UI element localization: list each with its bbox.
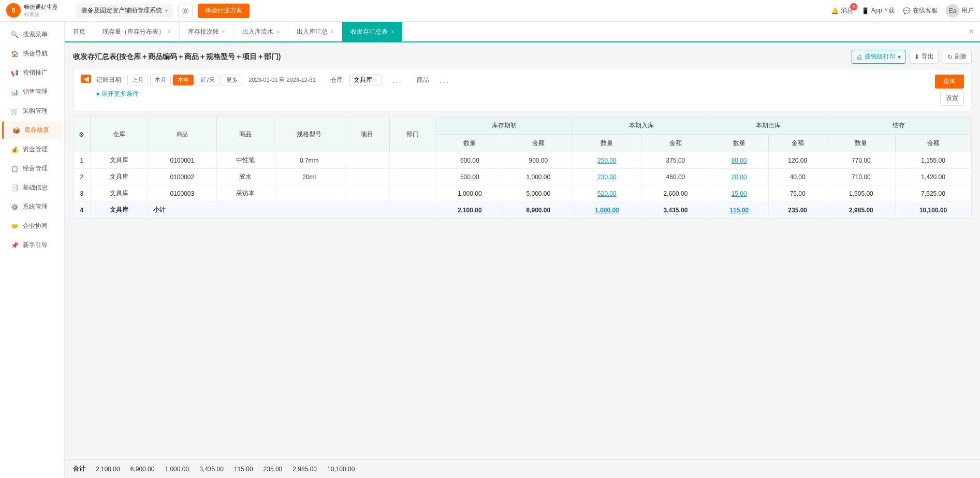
brand-sub: 标准版 — [24, 11, 58, 18]
cell-project — [344, 152, 390, 169]
total-opening-amt: 6,900.00 — [130, 466, 155, 473]
tab-bar-close-button[interactable]: × — [963, 27, 980, 36]
online-service-button[interactable]: 💬 在线客服 — [903, 6, 938, 15]
sidebar-label-inventory: 库存核算 — [24, 126, 49, 135]
subtotal-out-amt: 235.00 — [768, 202, 827, 219]
cell-in-qty[interactable]: 250.00 — [573, 152, 641, 169]
messages-button[interactable]: 🔔 消息 6 — [831, 6, 853, 15]
tab-label-inout-summary: 出入库汇总 — [297, 27, 328, 36]
subtotal-ending-amt: 10,100.00 — [896, 202, 971, 219]
sidebar-label-quick-nav: 快捷导航 — [23, 49, 48, 58]
tab-home[interactable]: 首页 — [65, 22, 94, 42]
date-btn-this-year[interactable]: 本年 — [173, 75, 194, 85]
warehouse-tag-close[interactable]: × — [374, 77, 377, 83]
subtotal-in-qty[interactable]: 1,000.00 — [573, 202, 641, 219]
th-group-opening: 库存期初 — [435, 117, 573, 135]
th-in-qty: 数量 — [573, 135, 641, 152]
marketing-icon: 📢 — [10, 69, 19, 77]
tab-inventory-dist[interactable]: 现存量（库存分布表） × — [94, 22, 180, 42]
th-opening-qty: 数量 — [435, 135, 504, 152]
tab-close-inventory-dist[interactable]: × — [168, 29, 171, 35]
total-in-qty: 1,000.00 — [165, 466, 189, 473]
app-download-button[interactable]: 📱 App下载 — [861, 6, 895, 15]
cell-dept — [390, 185, 435, 202]
sidebar-item-system[interactable]: ⚙️ 系统管理 — [2, 198, 62, 216]
cell-goods-code: 0100002 — [148, 169, 217, 185]
subtotal-warehouse: 文具库 — [90, 202, 148, 219]
cell-goods-name: 采访本 — [216, 185, 274, 202]
dropdown-arrow-icon[interactable]: ▾ — [165, 8, 168, 13]
sidebar-item-basic-info[interactable]: 📑 基础信息 — [2, 179, 62, 197]
table-row: 3 文具库 0100003 采访本 1,000.00 5,000.00 520.… — [74, 185, 971, 202]
service-icon: 💬 — [903, 7, 911, 15]
refresh-button[interactable]: ↻ 刷新 — [943, 50, 972, 64]
try-industry-button[interactable]: 体验行业方案 — [198, 4, 250, 18]
finance-icon: 💰 — [10, 146, 19, 154]
sidebar-item-corp[interactable]: 🤝 企业协同 — [2, 217, 62, 235]
date-btn-this-month[interactable]: 本月 — [150, 75, 171, 85]
cell-goods-name: 胶水 — [216, 169, 274, 185]
th-warehouse: 仓库 — [90, 117, 148, 152]
ops-icon: 📋 — [10, 165, 19, 173]
tab-recv-send[interactable]: 收发存汇总表 × — [342, 22, 403, 42]
settings-icon-button[interactable] — [178, 4, 193, 18]
cell-out-qty[interactable]: 80.00 — [710, 152, 768, 169]
cell-out-qty[interactable]: 15.00 — [710, 185, 768, 202]
date-btn-more[interactable]: 更多 — [222, 75, 242, 85]
tab-inout-summary[interactable]: 出入库汇总 × — [288, 22, 343, 42]
tab-close-inout-flow[interactable]: × — [276, 29, 280, 35]
sidebar-item-marketing[interactable]: 📢 营销推广 — [2, 64, 62, 82]
th-out-amt: 金额 — [768, 135, 827, 152]
sidebar-item-search[interactable]: 🔍 搜索菜单 — [2, 25, 62, 44]
query-button[interactable]: 查询 — [935, 75, 964, 89]
cell-ending-amt: 1,420.00 — [896, 169, 971, 185]
date-range-text: 2023-01-01 至 2023-12-31 — [248, 76, 316, 84]
goods-more-options[interactable]: ... — [435, 76, 454, 85]
sidebar-item-newbie[interactable]: 📌 新手引导 — [2, 236, 62, 254]
settings-button[interactable]: 设置 — [940, 91, 964, 106]
column-settings-icon[interactable]: ⚙ — [79, 131, 84, 138]
tab-close-batch-ledger[interactable]: × — [222, 29, 225, 35]
subtotal-out-qty[interactable]: 115.00 — [710, 202, 768, 219]
total-out-qty: 115.00 — [234, 466, 253, 473]
cell-in-qty[interactable]: 230.00 — [573, 169, 641, 185]
tab-inout-flow[interactable]: 出入库流水 × — [234, 22, 288, 42]
subtotal-ending-qty: 2,985.00 — [827, 202, 896, 219]
subtotal-row: 4 文具库 小计 2,100.00 6,900.00 1,000.00 3,43… — [74, 202, 971, 219]
tab-close-inout-summary[interactable]: × — [331, 29, 334, 35]
data-table: ⚙ 仓库 商品 商品 规格型号 项目 部门 库存期初 本期入库 本期出库 结存 — [74, 117, 971, 219]
warehouse-tag-text: 文具库 — [354, 76, 372, 84]
table-row: 2 文具库 0100002 胶水 20ml 500.00 1,000.00 23… — [74, 169, 971, 185]
warehouse-more-options[interactable]: ... — [388, 76, 406, 85]
export-button[interactable]: ⬇ 导出 — [910, 50, 939, 64]
date-btn-last-month[interactable]: 上月 — [127, 75, 148, 85]
tab-close-recv-send[interactable]: × — [391, 29, 394, 35]
user-button[interactable]: Ea 用户 — [946, 4, 974, 18]
cell-warehouse: 文具库 — [90, 152, 148, 169]
sidebar-item-inventory[interactable]: 📦 库存核算 — [2, 121, 62, 139]
sidebar-item-purchase[interactable]: 🛒 采购管理 — [2, 102, 62, 120]
sidebar-label-finance: 资金管理 — [23, 145, 48, 154]
sidebar-item-quick-nav[interactable]: 🏠 快捷导航 — [2, 45, 62, 63]
cell-in-qty[interactable]: 520.00 — [573, 185, 641, 202]
sidebar-item-finance[interactable]: 💰 资金管理 — [2, 140, 62, 158]
cell-in-amt: 2,600.00 — [641, 185, 710, 202]
filter-collapse-button[interactable]: ◀ — [81, 75, 91, 83]
sidebar-item-sales[interactable]: 📊 销售管理 — [2, 83, 62, 101]
tab-batch-ledger[interactable]: 库存批次账 × — [180, 22, 234, 42]
cell-warehouse: 文具库 — [90, 185, 148, 202]
date-btn-7days[interactable]: 近7天 — [196, 75, 220, 85]
print-button[interactable]: 🖨 拨镜版打印 ▾ — [852, 50, 905, 64]
chevron-down-icon: ▾ — [96, 91, 99, 98]
svg-point-0 — [184, 9, 187, 12]
th-group-out: 本期出库 — [710, 117, 827, 135]
cell-project — [344, 185, 390, 202]
cell-in-amt: 460.00 — [641, 169, 710, 185]
sidebar-item-ops[interactable]: 📋 经营管理 — [2, 160, 62, 178]
subtotal-label: 小计 — [148, 202, 435, 219]
cell-out-qty[interactable]: 20.00 — [710, 169, 768, 185]
brand-name: 畅捷通好生意 — [24, 3, 58, 10]
page-actions: 🖨 拨镜版打印 ▾ ⬇ 导出 ↻ 刷新 — [852, 50, 972, 64]
sidebar-label-marketing: 营销推广 — [23, 68, 48, 77]
expand-more-button[interactable]: ▾ 展开更多条件 — [96, 90, 930, 98]
